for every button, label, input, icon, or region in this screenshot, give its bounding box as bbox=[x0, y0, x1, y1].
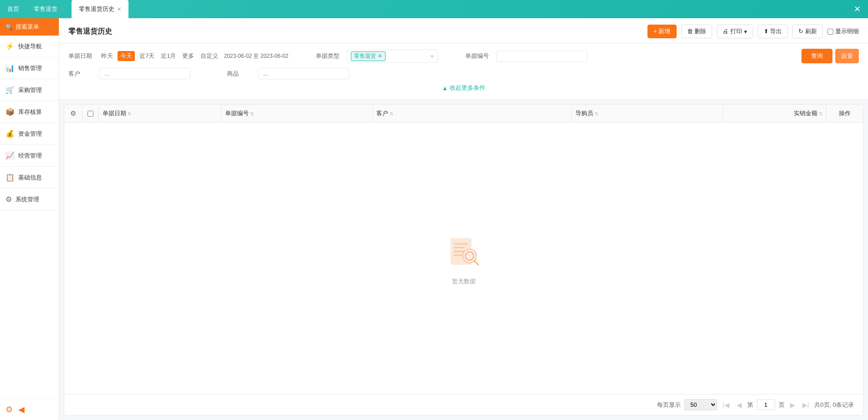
window-close-button[interactable]: ✕ bbox=[847, 4, 868, 14]
th-settings[interactable]: ⚙ bbox=[64, 105, 82, 122]
show-detail-checkbox[interactable] bbox=[827, 29, 833, 35]
tab-retail-return[interactable]: 零售退货 ✕ bbox=[26, 0, 72, 18]
select-all-checkbox[interactable] bbox=[87, 111, 93, 117]
sidebar-item-finance[interactable]: 💰 资金管理 bbox=[0, 123, 59, 145]
th-date-sort-icon[interactable]: ⇅ bbox=[128, 111, 131, 116]
operations-icon: 📈 bbox=[5, 151, 15, 160]
tab-retail-return-history-close[interactable]: ✕ bbox=[117, 6, 121, 12]
page-header: 零售退货历史 + 新增 🗑 删除 🖨 打印 ▾ ⬆ 导出 ↻ 刷新 bbox=[59, 18, 868, 43]
th-amount-label: 实销金额 bbox=[794, 109, 817, 118]
tab-retail-return-close[interactable]: ✕ bbox=[60, 6, 64, 12]
th-date: 单据日期 ⇅ bbox=[99, 105, 221, 122]
delete-button[interactable]: 🗑 删除 bbox=[681, 25, 713, 38]
inventory-icon: 📦 bbox=[5, 108, 15, 116]
goods-filter-group: 商品 bbox=[227, 68, 349, 79]
goods-filter-input[interactable] bbox=[258, 68, 349, 79]
date-range-display: 2023-06-02 至 2023-06-02 bbox=[224, 52, 288, 60]
main-content: 零售退货历史 + 新增 🗑 删除 🖨 打印 ▾ ⬆ 导出 ↻ 刷新 bbox=[59, 18, 868, 420]
type-select-chevron: ▾ bbox=[431, 53, 434, 60]
tab-retail-return-history-label: 零售退货历史 bbox=[79, 5, 114, 13]
tab-retail-return-label: 零售退货 bbox=[34, 5, 57, 13]
type-tag-label: 零售退货 bbox=[354, 52, 376, 60]
show-detail-text: 显示明细 bbox=[835, 27, 859, 36]
settings-button[interactable]: 设置 bbox=[835, 49, 859, 63]
type-filter-group: 单据类型 零售退货 ✕ ▾ bbox=[316, 50, 438, 63]
first-page-button[interactable]: |◀ bbox=[721, 400, 731, 410]
date-options: 昨天 今天 近7天 近1月 更多 自定义 bbox=[99, 51, 220, 61]
settings-bottom-icon[interactable]: ⚙ bbox=[5, 405, 13, 415]
sidebar-item-basic-info[interactable]: 📋 基础信息 bbox=[0, 167, 59, 189]
main-layout: 🔍 搜索菜单 ⚡ 快捷导航 📊 销售管理 🛒 采购管理 📦 库存核算 💰 资金管… bbox=[0, 18, 868, 420]
sidebar-item-system[interactable]: ⚙ 系统管理 bbox=[0, 189, 59, 210]
th-guide-label: 导购员 bbox=[575, 109, 593, 118]
th-amount: 实销金额 ⇅ bbox=[723, 105, 827, 122]
date-opt-1month[interactable]: 近1月 bbox=[159, 51, 178, 61]
sidebar-item-inventory-label: 库存核算 bbox=[18, 108, 42, 116]
sidebar: 🔍 搜索菜单 ⚡ 快捷导航 📊 销售管理 🛒 采购管理 📦 库存核算 💰 资金管… bbox=[0, 18, 59, 420]
new-button[interactable]: + 新增 bbox=[647, 25, 676, 38]
collapse-sidebar-icon[interactable]: ◀ bbox=[18, 405, 25, 415]
query-button[interactable]: 查询 bbox=[801, 49, 832, 63]
per-page-label: 每页显示 bbox=[657, 401, 681, 409]
date-opt-more[interactable]: 更多 bbox=[180, 51, 196, 61]
sidebar-item-operations[interactable]: 📈 经营管理 bbox=[0, 145, 59, 167]
sidebar-item-inventory[interactable]: 📦 库存核算 bbox=[0, 101, 59, 123]
export-button-label: ⬆ 导出 bbox=[764, 27, 782, 36]
date-opt-custom[interactable]: 自定义 bbox=[199, 51, 220, 61]
page-suffix: 页 bbox=[779, 401, 785, 409]
th-num-sort-icon[interactable]: ⇅ bbox=[250, 111, 254, 116]
sidebar-item-operations-label: 经营管理 bbox=[18, 152, 42, 160]
per-page-select[interactable]: 20 50 100 bbox=[684, 399, 717, 410]
basic-info-icon: 📋 bbox=[5, 173, 15, 182]
export-button[interactable]: ⬆ 导出 bbox=[758, 25, 788, 38]
th-amount-sort-icon[interactable]: ⇅ bbox=[819, 111, 822, 116]
prev-page-button[interactable]: ◀ bbox=[735, 400, 744, 410]
date-opt-today[interactable]: 今天 bbox=[118, 51, 135, 61]
sidebar-item-purchase[interactable]: 🛒 采购管理 bbox=[0, 79, 59, 101]
th-checkbox[interactable] bbox=[82, 106, 99, 121]
empty-state: 暂无数据 bbox=[64, 123, 863, 394]
th-num-label: 单据编号 bbox=[225, 109, 249, 118]
type-tag-close[interactable]: ✕ bbox=[378, 53, 382, 59]
sidebar-item-purchase-label: 采购管理 bbox=[18, 86, 42, 94]
next-page-button[interactable]: ▶ bbox=[788, 400, 797, 410]
th-action: 操作 bbox=[827, 105, 863, 122]
table-settings-icon[interactable]: ⚙ bbox=[70, 109, 76, 118]
page-input[interactable] bbox=[757, 400, 775, 410]
date-filter-label: 单据日期 bbox=[68, 52, 96, 60]
refresh-button-label: ↻ 刷新 bbox=[798, 27, 817, 36]
page-label: 第 bbox=[747, 401, 753, 409]
customer-filter-input[interactable] bbox=[99, 68, 190, 79]
top-bar: 首页 零售退货 ✕ 零售退货历史 ✕ ✕ bbox=[0, 0, 868, 18]
tab-home[interactable]: 首页 bbox=[0, 0, 26, 18]
show-detail-label[interactable]: 显示明细 bbox=[827, 27, 859, 36]
filter-row-1: 单据日期 昨天 今天 近7天 近1月 更多 自定义 2023-06-02 至 2… bbox=[68, 49, 859, 63]
date-filter-group: 单据日期 昨天 今天 近7天 近1月 更多 自定义 2023-06-02 至 2… bbox=[68, 51, 288, 61]
type-tag: 零售退货 ✕ bbox=[351, 51, 385, 61]
svg-rect-2 bbox=[453, 247, 465, 248]
sidebar-search[interactable]: 🔍 搜索菜单 bbox=[0, 18, 59, 36]
print-chevron-icon: ▾ bbox=[744, 28, 747, 35]
type-select[interactable]: 零售退货 ✕ ▾ bbox=[347, 50, 438, 63]
th-num: 单据编号 ⇅ bbox=[221, 105, 373, 122]
pagination: 每页显示 20 50 100 |◀ ◀ 第 页 ▶ ▶| 共0页, 0条记录 bbox=[64, 394, 863, 415]
quick-nav-icon: ⚡ bbox=[5, 42, 15, 51]
th-customer-sort-icon[interactable]: ⇅ bbox=[390, 111, 393, 116]
num-filter-group: 单据编号 bbox=[465, 51, 587, 62]
sidebar-item-sales[interactable]: 📊 销售管理 bbox=[0, 57, 59, 79]
tab-retail-return-history[interactable]: 零售退货历史 ✕ bbox=[72, 0, 128, 18]
th-customer: 客户 ⇅ bbox=[373, 105, 572, 122]
num-filter-input[interactable] bbox=[496, 51, 587, 62]
sidebar-search-label: 搜索菜单 bbox=[15, 23, 39, 31]
num-filter-label: 单据编号 bbox=[465, 52, 493, 60]
date-opt-7days[interactable]: 近7天 bbox=[138, 51, 156, 61]
filter-row-2: 客户 商品 bbox=[68, 68, 859, 79]
th-guide-sort-icon[interactable]: ⇅ bbox=[595, 111, 598, 116]
sidebar-item-quick-nav[interactable]: ⚡ 快捷导航 bbox=[0, 36, 59, 57]
last-page-button[interactable]: ▶| bbox=[801, 400, 811, 410]
print-button[interactable]: 🖨 打印 ▾ bbox=[717, 25, 753, 38]
collapse-filters-button[interactable]: ▲ 收起更多条件 bbox=[68, 84, 859, 92]
settings-button-label: 设置 bbox=[841, 52, 853, 60]
date-opt-yesterday[interactable]: 昨天 bbox=[99, 51, 115, 61]
refresh-button[interactable]: ↻ 刷新 bbox=[792, 25, 823, 38]
